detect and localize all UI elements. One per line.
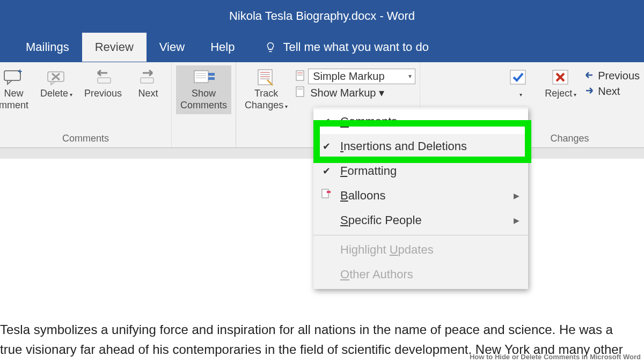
menu-specific-people[interactable]: Specific People ▶ bbox=[313, 208, 528, 233]
document-title: Nikola Tesla Biography.docx - Word bbox=[229, 9, 415, 23]
watermark-text: How to Hide or Delete Comments in Micros… bbox=[470, 353, 641, 361]
delete-comment-button[interactable]: Delete▾ bbox=[36, 65, 77, 103]
delete-comment-label: Delete▾ bbox=[40, 88, 72, 100]
track-changes-label: Track Changes▾ bbox=[245, 88, 288, 111]
previous-comment-icon bbox=[92, 69, 114, 86]
show-markup-menu: ✔ CCommentsomments ✔ Insertions and Dele… bbox=[313, 107, 528, 289]
next-comment-icon bbox=[137, 69, 159, 86]
next-change-button[interactable]: Next bbox=[584, 85, 640, 98]
balloons-icon bbox=[320, 189, 333, 203]
show-comments-icon bbox=[193, 69, 215, 86]
tell-me-label: Tell me what you want to do bbox=[283, 40, 428, 54]
svg-rect-21 bbox=[510, 70, 525, 84]
menu-highlight-updates: Highlight Updates bbox=[313, 238, 528, 262]
title-bar: Nikola Tesla Biography.docx - Word bbox=[0, 0, 644, 32]
svg-rect-24 bbox=[327, 191, 331, 193]
reject-icon bbox=[550, 69, 572, 86]
show-comments-button[interactable]: Show Comments bbox=[176, 65, 231, 114]
show-markup-icon bbox=[295, 86, 306, 100]
menu-formatting[interactable]: ✔ Formatting bbox=[313, 159, 528, 183]
tab-view[interactable]: View bbox=[147, 33, 197, 62]
display-for-review-icon bbox=[295, 70, 306, 84]
submenu-arrow-icon: ▶ bbox=[514, 216, 519, 225]
tab-mailings[interactable]: Mailings bbox=[13, 33, 82, 62]
menu-insertions-deletions[interactable]: ✔ Insertions and Deletions bbox=[313, 134, 528, 159]
group-changes-label: Changes bbox=[551, 133, 589, 145]
svg-rect-16 bbox=[296, 71, 304, 80]
track-changes-icon bbox=[255, 69, 277, 86]
check-icon: ✔ bbox=[320, 116, 333, 128]
next-change-icon bbox=[584, 85, 595, 98]
group-comments-label: Comments bbox=[62, 133, 109, 145]
next-comment-button[interactable]: Next bbox=[129, 65, 167, 103]
svg-rect-19 bbox=[296, 87, 304, 97]
accept-icon bbox=[508, 69, 529, 86]
new-comment-button[interactable]: + New mment bbox=[0, 65, 33, 114]
show-comments-label: Show Comments bbox=[180, 88, 227, 111]
svg-text:+: + bbox=[18, 69, 22, 76]
submenu-arrow-icon: ▶ bbox=[514, 191, 519, 200]
next-comment-label: Next bbox=[138, 88, 158, 100]
lightbulb-icon bbox=[265, 41, 276, 53]
check-icon: ✔ bbox=[320, 140, 333, 152]
menu-other-authors: Other Authors bbox=[313, 262, 528, 287]
display-for-review-combo[interactable]: Simple Markup bbox=[308, 69, 415, 84]
svg-rect-5 bbox=[194, 71, 208, 83]
new-comment-label: New mment bbox=[0, 88, 28, 111]
track-changes-button[interactable]: Track Changes▾ bbox=[240, 65, 292, 114]
previous-comment-label: Previous bbox=[84, 88, 122, 100]
tab-review[interactable]: Review bbox=[82, 33, 147, 62]
svg-rect-4 bbox=[141, 78, 153, 83]
svg-rect-23 bbox=[322, 189, 328, 198]
group-show-comments: Show Comments bbox=[172, 62, 236, 147]
reject-label: Reject▾ bbox=[545, 88, 576, 100]
reject-button[interactable]: Reject▾ bbox=[540, 65, 581, 103]
previous-change-button[interactable]: Previous bbox=[584, 70, 640, 82]
ribbon-tabs: Mailings Review View Help Tell me what y… bbox=[0, 32, 644, 62]
check-icon: ✔ bbox=[320, 165, 333, 177]
tell-me[interactable]: Tell me what you want to do bbox=[252, 33, 441, 62]
new-comment-icon: + bbox=[3, 69, 25, 86]
show-markup-button[interactable]: Show Markup ▾ bbox=[308, 85, 386, 100]
svg-rect-3 bbox=[98, 78, 111, 83]
previous-change-icon bbox=[584, 70, 595, 82]
svg-rect-9 bbox=[208, 73, 215, 76]
delete-comment-icon bbox=[46, 69, 67, 86]
menu-balloons[interactable]: Balloons ▶ bbox=[313, 183, 528, 208]
tab-help[interactable]: Help bbox=[197, 33, 247, 62]
previous-comment-button[interactable]: Previous bbox=[80, 65, 126, 103]
menu-comments[interactable]: ✔ CCommentsomments bbox=[313, 109, 528, 134]
accept-button[interactable]: ▾ bbox=[500, 65, 537, 103]
svg-rect-10 bbox=[208, 77, 215, 80]
group-comments: + New mment Delete▾ Previous N bbox=[0, 62, 172, 147]
